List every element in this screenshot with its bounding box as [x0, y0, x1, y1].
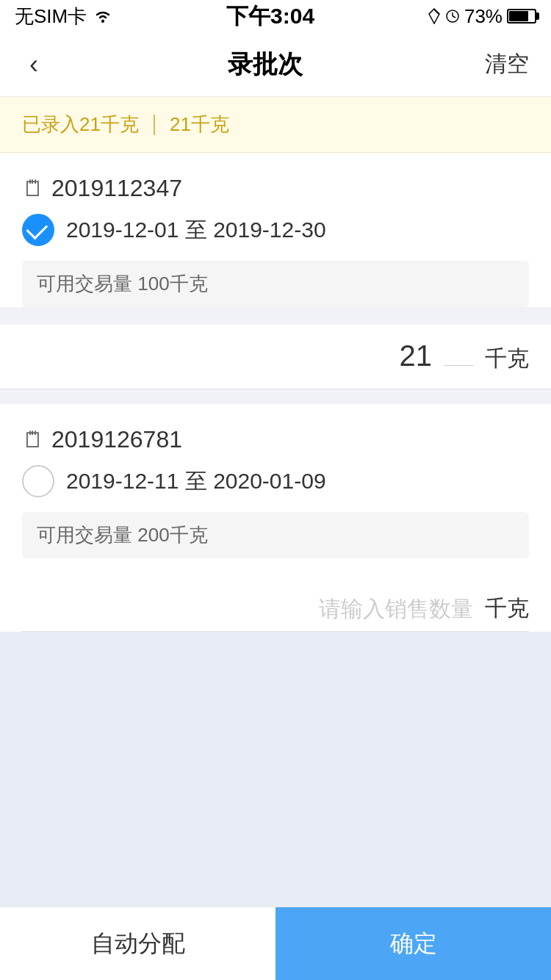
batch1-available: 可用交易量 100千克 — [22, 261, 529, 307]
batch1-amount-value: 21 — [400, 339, 433, 372]
batch2-quantity-input[interactable] — [22, 597, 473, 621]
batch1-radio[interactable] — [22, 214, 54, 246]
batch2-id: 2019126781 — [51, 426, 182, 453]
batch1-header: 🗒 2019112347 — [22, 175, 529, 202]
batch2-date: 2019-12-11 至 2020-01-09 — [66, 466, 326, 497]
info-banner: 已录入21千克 21千克 — [0, 97, 551, 153]
svg-line-3 — [453, 16, 455, 18]
status-left: 无SIM卡 — [15, 4, 113, 29]
batch1-unit: 千克 — [485, 344, 529, 374]
location-icon — [428, 8, 441, 24]
confirm-button[interactable]: 确定 — [276, 907, 551, 980]
status-right: 73% — [428, 5, 536, 28]
batch2-available: 可用交易量 200千克 — [22, 512, 529, 558]
clear-button[interactable]: 清空 — [485, 49, 529, 79]
nav-bar: ‹ 录批次 清空 — [0, 32, 551, 97]
info-divider — [154, 115, 155, 135]
batch2-date-row[interactable]: 2019-12-11 至 2020-01-09 — [22, 465, 529, 497]
batch2-radio[interactable] — [22, 465, 54, 497]
batch-card-2: 🗒 2019126781 2019-12-11 至 2020-01-09 可用交… — [0, 404, 551, 632]
battery-icon — [507, 9, 536, 24]
back-button[interactable]: ‹ — [22, 42, 46, 87]
battery-percent: 73% — [464, 5, 503, 28]
auto-distribute-button[interactable]: 自动分配 — [0, 907, 276, 980]
section-divider — [0, 389, 551, 404]
batch1-date-row[interactable]: 2019-12-01 至 2019-12-30 — [22, 214, 529, 246]
recorded-amount: 已录入21千克 — [22, 112, 139, 137]
clock-icon — [445, 9, 460, 24]
page-title: 录批次 — [228, 48, 303, 82]
wifi-icon — [93, 9, 113, 24]
batch1-amount-row: 21 千克 — [0, 325, 551, 389]
batch2-input-wrapper: 千克 — [22, 576, 529, 632]
batch1-icon: 🗒 — [22, 176, 44, 201]
carrier-text: 无SIM卡 — [15, 4, 87, 29]
batch2-icon: 🗒 — [22, 428, 44, 453]
svg-point-0 — [101, 20, 104, 23]
batch-card-1: 🗒 2019112347 2019-12-01 至 2019-12-30 可用交… — [0, 153, 551, 307]
batch1-date: 2019-12-01 至 2019-12-30 — [66, 215, 326, 245]
batch2-card-inner: 🗒 2019126781 2019-12-11 至 2020-01-09 可用交… — [0, 404, 551, 558]
status-time: 下午3:04 — [226, 1, 314, 32]
batch1-id: 2019112347 — [51, 175, 182, 202]
batch2-input-section: 千克 — [0, 576, 551, 632]
batch2-header: 🗒 2019126781 — [22, 426, 529, 453]
total-amount: 21千克 — [170, 112, 229, 137]
status-bar: 无SIM卡 下午3:04 73% — [0, 0, 551, 32]
batch2-unit: 千克 — [485, 594, 529, 624]
bottom-bar: 自动分配 确定 — [0, 907, 551, 980]
